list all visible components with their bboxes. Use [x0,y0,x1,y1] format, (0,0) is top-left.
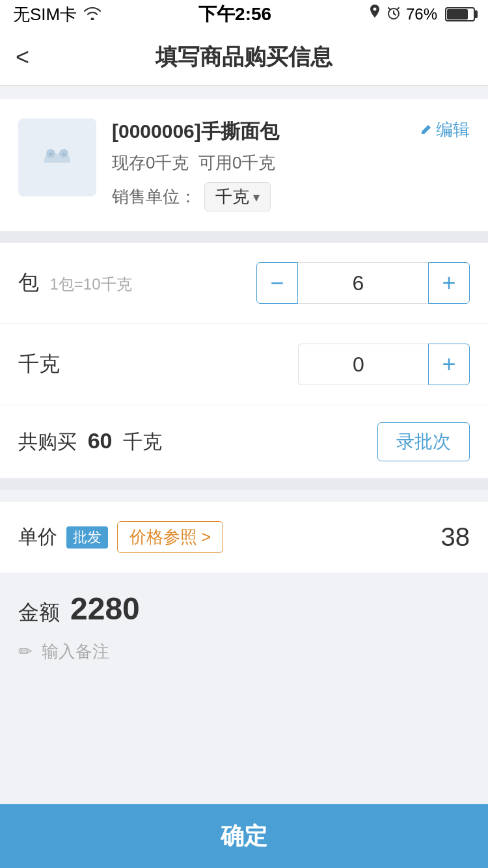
quantity-label-kg: 千克 [18,350,60,379]
unit-selector[interactable]: 千克 ▾ [204,182,271,211]
product-unit-row: 销售单位： 千克 ▾ [112,182,470,211]
remark-row[interactable]: ✏ 输入备注 [18,640,470,663]
carrier-text: 无SIM卡 [13,3,77,26]
pencil-icon: ✏ [18,642,33,662]
quantity-control-kg: + [298,344,470,385]
page-title: 填写商品购买信息 [156,42,332,72]
edit-button[interactable]: 编辑 [419,118,470,141]
unit-dropdown-icon: ▾ [253,189,260,205]
amount-value: 2280 [70,591,140,627]
batch-button[interactable]: 录批次 [377,422,470,461]
section-separator-2 [0,478,488,490]
chevron-right-icon: > [201,527,211,547]
svg-point-4 [62,153,66,156]
product-stock: 现存0千克 可用0千克 [112,152,470,174]
price-value: 38 [441,522,470,552]
decrement-bao-button[interactable]: − [256,262,298,304]
increment-bao-button[interactable]: + [428,262,470,304]
price-section: 单价 批发 价格参照 > 38 [0,502,488,573]
confirm-button[interactable]: 确定 [0,804,488,868]
amount-label: 金额 [18,599,60,627]
nav-bar: < 填写商品购买信息 [0,29,488,86]
status-time: 下午2:56 [198,2,271,27]
battery-percent: 76% [406,5,437,23]
quantity-row-bao: 包 1包=10千克 − + [0,243,488,324]
alarm-icon [386,5,401,24]
increment-kg-button[interactable]: + [428,344,470,385]
quantity-section: 包 1包=10千克 − + 千克 + [0,243,488,405]
price-left: 单价 批发 价格参照 > [18,521,223,553]
quantity-label-bao: 包 1包=10千克 [18,269,132,297]
quantity-kg-input[interactable] [298,344,428,385]
price-label: 单价 [18,524,57,550]
price-tag: 批发 [66,526,108,549]
amount-section: 金额 2280 ✏ 输入备注 [0,573,488,676]
amount-row: 金额 2280 [18,591,470,627]
product-name: [0000006]手撕面包 [112,118,470,145]
total-label: 共购买 60 千克 [18,428,162,455]
price-row: 单价 批发 价格参照 > 38 [18,521,470,553]
total-row: 共购买 60 千克 录批次 [0,405,488,478]
back-button[interactable]: < [16,44,29,71]
status-left: 无SIM卡 [13,3,102,26]
product-image [18,118,96,197]
wifi-icon [83,5,102,25]
remark-placeholder: 输入备注 [42,640,109,663]
status-bar: 无SIM卡 下午2:56 76% [0,0,488,29]
quantity-row-kg: 千克 + [0,324,488,405]
product-card: [0000006]手撕面包 现存0千克 可用0千克 销售单位： 千克 ▾ 编辑 [0,99,488,231]
gps-icon [368,5,381,24]
section-separator-1 [0,231,488,243]
status-right: 76% [368,5,475,24]
product-info: [0000006]手撕面包 现存0千克 可用0千克 销售单位： 千克 ▾ [112,118,470,211]
price-ref-button[interactable]: 价格参照 > [117,521,223,553]
svg-point-3 [49,153,53,156]
quantity-bao-input[interactable] [298,262,428,304]
quantity-control-bao: − + [256,262,470,304]
battery-icon [445,7,475,21]
